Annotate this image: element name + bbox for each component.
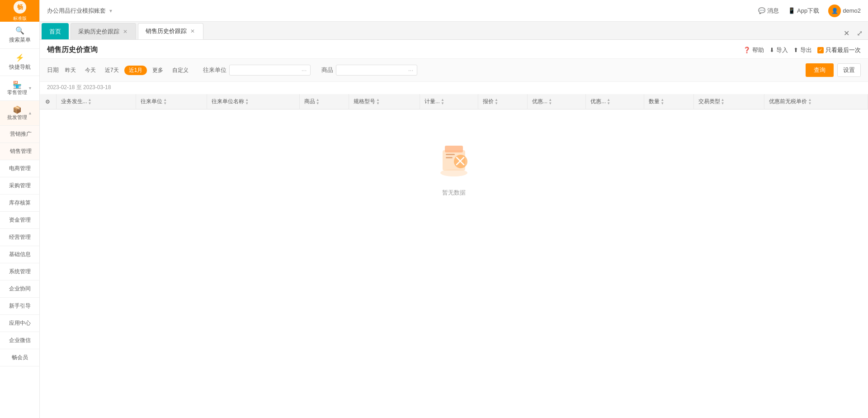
message-button[interactable]: 💬 消息 <box>758 7 779 15</box>
sidebar-item-marketing[interactable]: 营销推广 <box>0 126 39 143</box>
system-label: 系统管理 <box>9 268 31 276</box>
col-product[interactable]: 商品 ▲▼ <box>299 94 349 109</box>
import-button[interactable]: ⬇ 导入 <box>769 46 788 54</box>
sort-arrows-icon: ▲▼ <box>163 98 167 105</box>
import-label: 导入 <box>776 46 788 54</box>
filter-bar: 日期 昨天 今天 近7天 近1月 更多 自定义 往来单位 ··· <box>40 59 868 82</box>
operations-label: 经营管理 <box>9 233 31 241</box>
svg-text:畅: 畅 <box>17 4 23 10</box>
user-name: demo2 <box>843 7 861 14</box>
sidebar-item-enterprise[interactable]: 企业协同 <box>0 280 39 298</box>
header-left: 办公用品行业模拟账套 ▾ <box>47 7 112 15</box>
svg-rect-9 <box>446 157 453 158</box>
col-pre-tax-price-label: 优惠前无税单价 <box>769 98 807 105</box>
partner-filter-label: 往来单位 <box>203 66 226 74</box>
sort-arrows-icon: ▲▼ <box>441 98 444 105</box>
product-filter-label: 商品 <box>321 66 333 74</box>
date-btn-today[interactable]: 今天 <box>81 66 99 75</box>
col-settings[interactable]: ⚙ <box>40 94 56 109</box>
sidebar-item-member[interactable]: 畅会员 <box>0 349 39 366</box>
col-biz-date[interactable]: 业务发生... ▲▼ <box>56 94 136 109</box>
download-icon: 📱 <box>788 7 795 14</box>
expand-window-icon[interactable]: ⤢ <box>855 27 864 39</box>
col-spec[interactable]: 规格型号 ▲▼ <box>349 94 420 109</box>
empty-text: 暂无数据 <box>442 189 466 197</box>
logo-icon: 畅 <box>13 0 27 14</box>
sort-arrows-icon: ▲▼ <box>316 98 320 105</box>
marketing-label: 营销推广 <box>10 130 32 138</box>
tab-sales-close-icon[interactable]: ✕ <box>189 27 196 35</box>
sort-arrows-icon: ▲▼ <box>808 98 811 105</box>
col-partner-name[interactable]: 往来单位名称 ▲▼ <box>207 94 300 109</box>
col-unit[interactable]: 计量... ▲▼ <box>420 94 478 109</box>
col-quantity[interactable]: 数量 ▲▼ <box>644 94 693 109</box>
date-btn-1month[interactable]: 近1月 <box>124 66 147 75</box>
table-container[interactable]: ⚙ 业务发生... ▲▼ 往来单位 ▲▼ <box>40 94 868 418</box>
sort-arrows-icon: ▲▼ <box>495 98 498 105</box>
search-icon: 🔍 <box>15 26 24 35</box>
user-profile[interactable]: 👤 demo2 <box>828 5 861 17</box>
sidebar-item-sales-mgmt[interactable]: 销售管理 <box>0 143 39 160</box>
sidebar-item-system[interactable]: 系统管理 <box>0 263 39 280</box>
close-window-icon[interactable]: ✕ <box>842 27 851 39</box>
sidebar-item-label: 零售管理 <box>7 89 27 96</box>
partner-filter-group: 往来单位 ··· <box>203 65 311 76</box>
sort-arrows-icon: ▲▼ <box>376 98 380 105</box>
tab-home-label: 首页 <box>49 28 61 36</box>
sidebar-item-operations[interactable]: 经营管理 <box>0 229 39 246</box>
date-btn-7days[interactable]: 近7天 <box>101 66 123 75</box>
sidebar-item-retail[interactable]: 🏪 零售管理 ▼ <box>0 76 39 101</box>
tab-purchase[interactable]: 采购历史价跟踪 ✕ <box>71 23 136 39</box>
partner-filter-input[interactable]: ··· <box>229 65 311 76</box>
sidebar-item-wholesale[interactable]: 📦 批发管理 ▲ <box>0 101 39 126</box>
sidebar-item-wechat[interactable]: 企业微信 <box>0 332 39 349</box>
date-btn-yesterday[interactable]: 昨天 <box>61 66 80 75</box>
app-download-button[interactable]: 📱 App下载 <box>788 7 819 15</box>
date-btn-more[interactable]: 更多 <box>149 66 167 75</box>
sidebar-item-inventory[interactable]: 库存核算 <box>0 195 39 212</box>
help-button[interactable]: ❓ 帮助 <box>743 46 764 54</box>
avatar: 👤 <box>828 5 841 17</box>
purchase-label: 采购管理 <box>9 182 31 190</box>
finance-label: 资金管理 <box>9 216 31 224</box>
tab-purchase-close-icon[interactable]: ✕ <box>122 28 128 36</box>
tab-home[interactable]: 首页 <box>42 23 69 39</box>
col-unit-label: 计量... <box>425 98 440 105</box>
query-button[interactable]: 查询 <box>806 63 834 77</box>
sort-arrows-icon: ▲▼ <box>660 98 664 105</box>
shortcut-icon: ⚡ <box>15 53 24 62</box>
sidebar-item-ecommerce[interactable]: 电商管理 <box>0 160 39 177</box>
sidebar-item-apps[interactable]: 应用中心 <box>0 315 39 332</box>
export-label: 导出 <box>800 46 812 54</box>
sidebar-item-shortcut[interactable]: ⚡ 快捷导航 <box>0 49 39 76</box>
col-trade-type[interactable]: 交易类型 ▲▼ <box>693 94 764 109</box>
product-filter-input[interactable]: ··· <box>336 65 417 76</box>
empty-illustration <box>431 137 476 183</box>
last-only-label: 只看最后一次 <box>826 46 861 54</box>
col-discount1[interactable]: 优惠... ▲▼ <box>528 94 586 109</box>
table-header: ⚙ 业务发生... ▲▼ 往来单位 ▲▼ <box>40 94 868 109</box>
checkbox-checked-icon: ✓ <box>817 47 824 53</box>
col-pre-tax-price[interactable]: 优惠前无税单价 ▲▼ <box>764 94 868 109</box>
apps-label: 应用中心 <box>9 319 31 327</box>
sidebar-item-basic[interactable]: 基础信息 <box>0 246 39 263</box>
settings-button[interactable]: 设置 <box>837 63 861 77</box>
date-filter-group: 日期 昨天 今天 近7天 近1月 更多 自定义 <box>47 66 192 75</box>
tab-sales[interactable]: 销售历史价跟踪 ✕ <box>138 23 203 39</box>
col-price[interactable]: 报价 ▲▼ <box>478 94 527 109</box>
svg-rect-4 <box>445 146 463 152</box>
sidebar-item-search[interactable]: 🔍 搜索菜单 <box>0 22 39 49</box>
sidebar-item-finance[interactable]: 资金管理 <box>0 212 39 229</box>
sort-arrows-icon: ▲▼ <box>548 98 552 105</box>
sidebar-item-purchase[interactable]: 采购管理 <box>0 177 39 195</box>
export-button[interactable]: ⬆ 导出 <box>793 46 812 54</box>
svg-rect-8 <box>446 154 455 155</box>
date-filter-label: 日期 <box>47 66 59 74</box>
last-only-checkbox[interactable]: ✓ 只看最后一次 <box>817 46 861 54</box>
sidebar-item-guide[interactable]: 新手引导 <box>0 298 39 315</box>
col-discount2[interactable]: 优惠... ▲▼ <box>586 94 644 109</box>
col-discount2-label: 优惠... <box>590 98 606 105</box>
date-btn-custom[interactable]: 自定义 <box>169 66 192 75</box>
col-partner-code[interactable]: 往来单位 ▲▼ <box>136 94 207 109</box>
sort-arrows-icon: ▲▼ <box>88 98 92 105</box>
